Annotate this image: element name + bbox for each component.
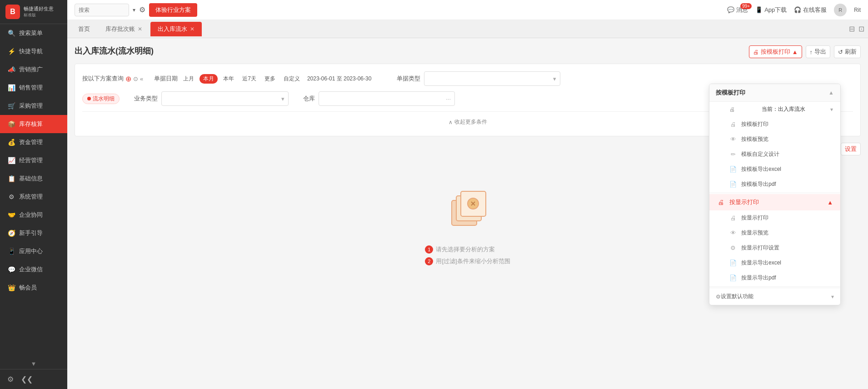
industry-solution-button[interactable]: 体验行业方案 — [149, 3, 197, 17]
dropdown-template-export-excel[interactable]: 📄 按模板导出excel — [709, 162, 840, 177]
flow-tag[interactable]: 流水明细 — [82, 94, 120, 104]
template-print-caret: ▲ — [792, 49, 798, 55]
tab-maximize-icon[interactable]: ⊡ — [858, 25, 864, 33]
sidebar-item-inventory[interactable]: 📦 库存核算 — [0, 115, 67, 133]
page-header-actions: 🖨 按模板打印 ▲ ↑ 导出 ↺ 刷新 — [749, 45, 861, 58]
warehouse-select[interactable]: ··· — [319, 91, 455, 106]
empty-tips: 1 请先选择要分析的方案 2 用[过滤]条件来缩小分析范围 — [425, 244, 510, 267]
sidebar-item-operation[interactable]: 📈 经营管理 — [0, 151, 67, 170]
dropdown-header: 按模板打印 ▲ — [709, 84, 840, 102]
sidebar-item-member[interactable]: 👑 畅会员 — [0, 279, 67, 297]
empty-tip-2: 2 用[过滤]条件来缩小分析范围 — [425, 255, 510, 267]
dropdown-scroll-up[interactable]: ▲ — [828, 90, 834, 96]
user-avatar[interactable]: R — [834, 4, 847, 16]
tab-home[interactable]: 首页 — [71, 22, 97, 36]
display-section-caret: ▲ — [827, 199, 833, 206]
template-preview-icon: 👁 — [729, 136, 737, 143]
username-label: Rit — [854, 7, 861, 13]
date-last-7[interactable]: 近7天 — [239, 74, 259, 84]
empty-state-icon — [445, 189, 490, 234]
sidebar-item-wechat[interactable]: 💬 企业微信 — [0, 260, 67, 279]
date-prev-month[interactable]: 上月 — [180, 74, 197, 84]
tab-home-label: 首页 — [78, 25, 90, 33]
dropdown-display-section-header[interactable]: 🖨 按显示打印 ▲ — [709, 194, 840, 210]
filter-setting-icon[interactable]: ⊙ — [133, 75, 138, 82]
messages-button[interactable]: 💬 消息 99+ — [727, 6, 748, 14]
refresh-button[interactable]: ↺ 刷新 — [834, 45, 861, 58]
display-print-label: 按显示打印 — [741, 214, 768, 222]
sidebar-item-cooperation[interactable]: 🤝 企业协同 — [0, 206, 67, 224]
sidebar-item-finance[interactable]: 💰 资金管理 — [0, 133, 67, 151]
date-current-month[interactable]: 本月 — [200, 74, 218, 84]
dropdown-divider-1 — [709, 193, 840, 193]
tab-flow[interactable]: 出入库流水 ✕ — [150, 22, 202, 36]
online-service-button[interactable]: 🎧 在线客服 — [794, 6, 827, 14]
tab-batch-account[interactable]: 库存批次账 ✕ — [98, 22, 150, 36]
date-more[interactable]: 更多 — [262, 74, 278, 84]
sidebar-item-app-center[interactable]: 📱 应用中心 — [0, 242, 67, 260]
sidebar-label-system: 系统管理 — [19, 193, 43, 201]
dropdown-display-print[interactable]: 🖨 按显示打印 — [709, 210, 840, 225]
dropdown-display-settings[interactable]: ⚙ 按显示打印设置 — [709, 240, 840, 255]
current-label-prefix: 🖨 — [729, 106, 735, 113]
purchase-icon: 🛒 — [7, 102, 15, 110]
tab-flow-close[interactable]: ✕ — [190, 26, 195, 32]
dropdown-display-export-pdf[interactable]: 📄 按显示导出pdf — [709, 270, 840, 285]
tab-batch-account-close[interactable]: ✕ — [138, 26, 142, 32]
dropdown-current-caret: ▾ — [830, 106, 833, 113]
dropdown-template-print[interactable]: 🖨 按模板打印 — [709, 117, 840, 132]
filter-add-icon[interactable]: ⊕ — [125, 75, 131, 83]
sidebar-item-search[interactable]: 🔍 搜索菜单 — [0, 24, 67, 42]
cooperation-icon: 🤝 — [7, 211, 15, 219]
sidebar-item-purchase[interactable]: 🛒 采购管理 — [0, 97, 67, 115]
topbar-search-input[interactable] — [75, 4, 129, 16]
date-custom[interactable]: 自定义 — [281, 74, 303, 84]
sidebar-settings-icon[interactable]: ⚙ — [7, 375, 14, 384]
sidebar-label-finance: 资金管理 — [19, 138, 43, 146]
wechat-icon: 💬 — [7, 265, 15, 274]
export-button[interactable]: ↑ 导出 — [806, 45, 831, 58]
sidebar-scroll-down[interactable]: ▼ — [0, 359, 67, 369]
sidebar-item-basic[interactable]: 📋 基础信息 — [0, 170, 67, 188]
sidebar-collapse-icon[interactable]: ❮❮ — [21, 375, 33, 384]
app-download-icon: 📱 — [755, 6, 763, 13]
dropdown-display-export-excel[interactable]: 📄 按显示导出excel — [709, 255, 840, 270]
sidebar-item-sales[interactable]: 📊 销售管理 — [0, 79, 67, 97]
dropdown-template-preview[interactable]: 👁 按模板预览 — [709, 132, 840, 147]
dropdown-current-label: 当前：出入库流水 — [762, 105, 805, 113]
sidebar-item-guide[interactable]: 🧭 新手引导 — [0, 224, 67, 242]
doc-type-select[interactable]: ▾ — [424, 71, 560, 86]
dropdown-template-custom[interactable]: ✏ 模板自定义设计 — [709, 147, 840, 162]
sidebar-item-marketing[interactable]: 📣 营销推广 — [0, 60, 67, 79]
service-icon: 🎧 — [794, 6, 801, 13]
date-current-year[interactable]: 本年 — [220, 74, 237, 84]
topbar-gear-icon[interactable]: ⚙ — [139, 5, 145, 14]
tip-text-1: 请先选择要分析的方案 — [436, 244, 495, 255]
sidebar-label-wechat: 企业微信 — [19, 265, 43, 274]
sidebar-label-basic: 基础信息 — [19, 175, 43, 183]
business-type-select[interactable]: ▾ — [161, 91, 289, 106]
dropdown-current-row[interactable]: 🖨 当前：出入库流水 ▾ — [709, 102, 840, 117]
operation-icon: 📈 — [7, 156, 15, 165]
display-settings-label: 按显示打印设置 — [741, 244, 779, 252]
dropdown-template-export-pdf[interactable]: 📄 按模板导出pdf — [709, 177, 840, 192]
tip-num-2: 2 — [425, 257, 433, 265]
sidebar-item-quick-nav[interactable]: ⚡ 快捷导航 — [0, 42, 67, 60]
filter-collapse-icon[interactable]: « — [140, 75, 143, 82]
template-custom-icon: ✏ — [729, 151, 737, 158]
sidebar-label-guide: 新手引导 — [19, 229, 43, 237]
app-download-button[interactable]: 📱 App下载 — [755, 6, 787, 14]
sidebar: B 畅捷通好生意 标准版 🔍 搜索菜单 ⚡ 快捷导航 📣 营销推广 📊 销售管理… — [0, 0, 67, 389]
sidebar-item-system[interactable]: ⚙ 系统管理 — [0, 188, 67, 206]
filter-scheme-label: 按以下方案查询 ⊕ ⊙ « — [82, 75, 143, 83]
dropdown-header-label: 按模板打印 — [716, 89, 745, 97]
template-print-button[interactable]: 🖨 按模板打印 ▲ — [749, 45, 802, 58]
dropdown-footer[interactable]: ⚙ 设置默认功能 ▾ — [709, 288, 840, 305]
settings-button[interactable]: 设置 — [841, 143, 861, 155]
tab-minimize-icon[interactable]: ⊟ — [849, 25, 855, 33]
display-preview-icon: 👁 — [729, 229, 737, 236]
topbar-dropdown-caret[interactable]: ▾ — [133, 7, 135, 13]
template-export-excel-label: 按模板导出excel — [741, 165, 781, 173]
dropdown-display-preview[interactable]: 👁 按显示预览 — [709, 225, 840, 240]
marketing-icon: 📣 — [7, 65, 15, 74]
